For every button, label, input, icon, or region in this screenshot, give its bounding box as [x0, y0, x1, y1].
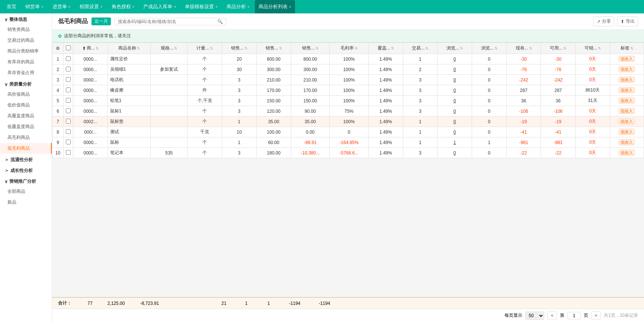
close-icon[interactable]: × — [247, 5, 250, 9]
next-page-button[interactable]: ＞ — [591, 311, 601, 320]
sidebar-item-category-rate[interactable]: 商品分类助销率 — [0, 46, 52, 57]
row-name[interactable]: 属性定价 — [108, 54, 150, 64]
sort-icon[interactable]: ⇅ — [244, 46, 247, 50]
row-name[interactable]: 鼠标垫 — [108, 117, 150, 127]
sidebar-group-growth[interactable]: ＞ 成长性分析 — [0, 165, 52, 175]
sort-icon[interactable]: ⇅ — [355, 46, 358, 50]
row-name[interactable]: 铅笔1 — [108, 96, 150, 106]
per-page-select[interactable]: 50 100 200 — [525, 312, 544, 320]
row-view1[interactable]: 0 — [438, 64, 472, 75]
row-view1[interactable]: 0 — [438, 75, 472, 85]
chevron-down-icon: ∨ — [4, 17, 8, 22]
row-spec: 535 — [151, 148, 188, 158]
row-sales-price: 180.00 — [256, 148, 291, 158]
sort-icon[interactable]: ⇅ — [96, 46, 99, 50]
sidebar-item-new-goods[interactable]: 新品 — [0, 197, 52, 208]
close-icon[interactable]: × — [132, 5, 135, 9]
sort-icon[interactable]: ⇅ — [630, 46, 633, 50]
nav-template[interactable]: 单据模板设置 × — [181, 0, 221, 13]
sort-icon[interactable]: ⇅ — [391, 46, 394, 50]
row-checkbox[interactable] — [64, 117, 73, 127]
sidebar-item-low-coverage[interactable]: 低覆盖度商品 — [0, 121, 52, 132]
sort-icon[interactable]: ⇅ — [279, 46, 282, 50]
row-view1[interactable]: 0 — [438, 127, 472, 137]
close-icon[interactable]: × — [289, 5, 291, 9]
sidebar-item-stock-capital[interactable]: 库存资金占用 — [0, 67, 52, 78]
row-name[interactable]: 吴细细1 — [108, 64, 150, 75]
row-name[interactable]: 笔记本 — [108, 148, 150, 158]
nav-purchase[interactable]: 进货单 × — [49, 0, 74, 13]
sidebar-item-high-margin[interactable]: 高毛利商品 — [0, 132, 52, 143]
row-view1[interactable]: 1 — [438, 137, 472, 148]
sidebar-item-sales-goods[interactable]: 销售类商品 — [0, 24, 52, 35]
nav-sales[interactable]: 销货单 × — [22, 0, 47, 13]
row-view1[interactable]: 0 — [438, 117, 472, 127]
nav-goods-list[interactable]: 商品分析列表 × — [255, 0, 295, 13]
nav-product-entry[interactable]: 产成品入库单 × — [140, 0, 180, 13]
sort-icon[interactable]: ⇅ — [137, 46, 140, 50]
sidebar-item-high-coverage[interactable]: 高覆盖度商品 — [0, 111, 52, 121]
sidebar-item-all-goods[interactable]: 全部商品 — [0, 186, 52, 197]
prev-page-button[interactable]: ＜ — [547, 311, 557, 320]
filter-tag-button[interactable]: 近一月 — [92, 17, 111, 25]
row-checkbox[interactable] — [64, 75, 73, 85]
row-view1[interactable]: 0 — [438, 85, 472, 96]
share-button[interactable]: ↗ 分享 — [593, 16, 614, 26]
row-view1[interactable]: 0 — [438, 54, 472, 64]
close-icon[interactable]: × — [68, 5, 71, 9]
sort-icon[interactable]: ⇅ — [174, 46, 177, 50]
sort-icon[interactable]: ⇅ — [598, 46, 601, 50]
row-name[interactable]: 鼠标 — [108, 137, 150, 148]
sidebar-group-flow[interactable]: ＞ 流通性分析 — [0, 154, 52, 165]
row-name[interactable]: 电话机 — [108, 75, 150, 85]
sort-icon[interactable]: ⇅ — [460, 46, 463, 50]
sort-icon[interactable]: ⇅ — [563, 46, 566, 50]
row-checkbox[interactable] — [64, 85, 73, 96]
sidebar-item-stocked-goods[interactable]: 有库存的商品 — [0, 57, 52, 67]
nav-goods-analysis[interactable]: 商品分析 × — [223, 0, 253, 13]
row-name[interactable]: 橡皮擦 — [108, 85, 150, 96]
row-name[interactable]: 测试 — [108, 127, 150, 137]
row-view1[interactable]: 0 — [438, 106, 472, 117]
col-checkbox[interactable] — [64, 43, 73, 54]
sort-icon[interactable]: ⇅ — [210, 46, 213, 50]
nav-permissions[interactable]: 权限设置 × — [76, 0, 106, 13]
nav-roles[interactable]: 角色授权 × — [108, 0, 138, 13]
nav-home[interactable]: 首页 — [3, 0, 20, 13]
row-sales-price: 150.00 — [256, 96, 291, 106]
close-icon[interactable]: × — [41, 5, 44, 9]
row-checkbox[interactable] — [64, 148, 73, 158]
sidebar-item-low-margin[interactable]: 低毛利商品 — [0, 143, 52, 154]
select-all-checkbox[interactable] — [66, 45, 71, 50]
export-button[interactable]: ⬆ 导出 — [617, 16, 638, 26]
sort-icon[interactable]: ⇅ — [425, 46, 428, 50]
row-checkbox[interactable] — [64, 137, 73, 148]
sidebar-item-traded-goods[interactable]: 交易过的商品 — [0, 35, 52, 46]
row-view1[interactable]: 0 — [438, 148, 472, 158]
search-box[interactable]: 🔍 — [115, 18, 226, 25]
sidebar-group-marketing[interactable]: ∨ 营销推广分析 — [0, 175, 52, 186]
sort-icon[interactable]: ⇅ — [529, 46, 532, 50]
close-icon[interactable]: × — [100, 5, 103, 9]
close-icon[interactable]: × — [174, 5, 176, 9]
row-checkbox[interactable] — [64, 106, 73, 117]
sidebar-item-high-value[interactable]: 高价值商品 — [0, 89, 52, 100]
row-checkbox[interactable] — [64, 96, 73, 106]
search-icon[interactable]: 🔍 — [217, 19, 223, 24]
row-name[interactable]: 鼠标1 — [108, 106, 150, 117]
col-settings[interactable]: ⚙ — [52, 43, 64, 54]
row-unit: 个 — [188, 75, 222, 85]
sidebar-item-low-value[interactable]: 低价值商品 — [0, 100, 52, 111]
row-checkbox[interactable] — [64, 127, 73, 137]
row-checkbox[interactable] — [64, 64, 73, 75]
page-input[interactable] — [567, 312, 581, 319]
row-checkbox[interactable] — [64, 54, 73, 64]
sort-icon[interactable]: ⇅ — [494, 46, 497, 50]
col-available: 可用...⇅ — [541, 43, 576, 54]
row-view1[interactable]: 0 — [438, 96, 472, 106]
search-input[interactable] — [118, 19, 216, 24]
sidebar-group-overall[interactable]: ∨ 整体信息 — [0, 13, 52, 24]
sidebar-group-cluster[interactable]: ∨ 类群量分析 — [0, 78, 52, 89]
close-icon[interactable]: × — [215, 5, 218, 9]
sort-icon[interactable]: ⇅ — [315, 46, 318, 50]
